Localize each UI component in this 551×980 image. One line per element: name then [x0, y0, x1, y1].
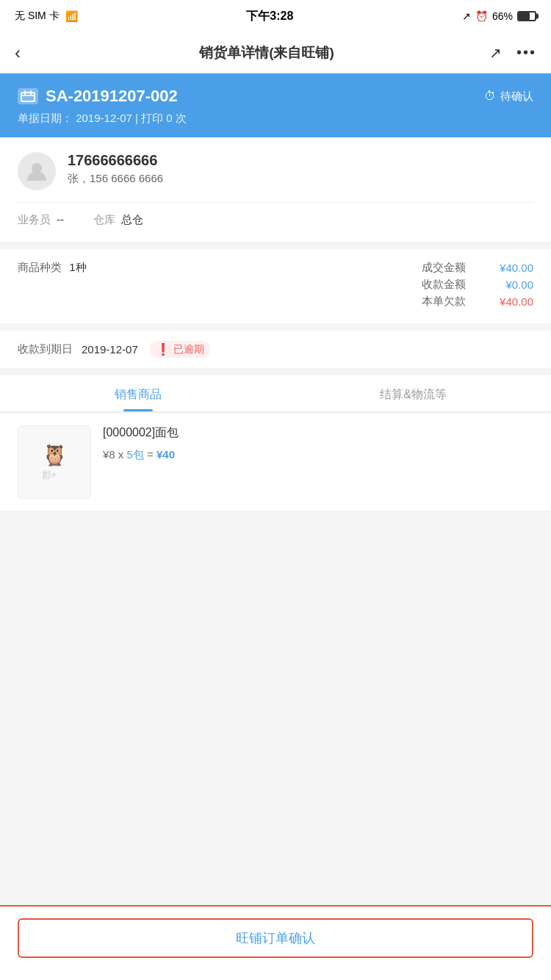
product-type-row: 商品种类 1种 — [18, 261, 87, 275]
customer-name: 张，156 6666 6666 — [68, 172, 533, 186]
warehouse-value: 总仓 — [121, 213, 143, 227]
status-right: ↗ ⏰ 66% — [462, 10, 536, 22]
customer-card: 17666666666 张，156 6666 6666 业务员 -- 仓库 总仓 — [0, 137, 551, 242]
battery-icon — [517, 11, 536, 21]
back-button[interactable]: ‹ — [15, 43, 44, 63]
share-button[interactable]: ↗ — [489, 44, 502, 62]
status-left: 无 SIM 卡 📶 — [15, 10, 78, 23]
owed-label: 本单欠款 — [422, 295, 466, 309]
customer-section: 17666666666 张，156 6666 6666 — [18, 152, 533, 203]
tab-sales-products[interactable]: 销售商品 — [0, 375, 276, 411]
product-list: 🦉 郡+ [0000002]面包 ¥8 x 5包 = ¥40 — [0, 414, 551, 511]
due-section: 收款到期日 2019-12-07 ❗ 已逾期 — [0, 331, 551, 368]
amount-value: ¥40.00 — [475, 262, 533, 274]
product-qty: 5包 — [127, 448, 144, 461]
product-logo-icon: 🦉 — [42, 443, 68, 467]
customer-meta: 业务员 -- 仓库 总仓 — [18, 213, 533, 227]
order-status-text: 待确认 — [500, 90, 533, 104]
product-price: ¥8 — [103, 448, 115, 461]
nav-bar: ‹ 销货单详情(来自旺铺) ↗ ••• — [0, 32, 551, 73]
warehouse-label: 仓库 — [93, 213, 115, 227]
received-label: 收款金额 — [422, 278, 466, 292]
bottom-spacer — [0, 511, 551, 657]
clock-icon: ⏱ — [484, 90, 496, 103]
confirm-button-wrap: 旺铺订单确认 — [0, 905, 551, 980]
salesman-field: 业务员 -- — [18, 213, 64, 227]
summary-right: 成交金额 ¥40.00 收款金额 ¥0.00 本单欠款 ¥40.00 — [422, 261, 533, 311]
salesman-value: -- — [57, 213, 64, 227]
summary-section: 商品种类 1种 成交金额 ¥40.00 收款金额 ¥0.00 本单欠款 ¥40.… — [0, 249, 551, 323]
received-value: ¥0.00 — [475, 278, 533, 291]
owed-row: 本单欠款 ¥40.00 — [422, 295, 533, 309]
warehouse-field: 仓库 总仓 — [93, 213, 143, 227]
status-bar: 无 SIM 卡 📶 下午3:28 ↗ ⏰ 66% — [0, 0, 551, 32]
order-date: 单据日期： 2019-12-07 | 打印 0 次 — [18, 112, 533, 126]
wifi-icon: 📶 — [65, 10, 78, 22]
product-logo-sub: 郡+ — [42, 469, 68, 482]
due-date-value: 2019-12-07 — [82, 343, 138, 356]
tabs-header: 销售商品 结算&物流等 — [0, 375, 551, 412]
overdue-badge: ❗ 已逾期 — [150, 341, 210, 358]
tabs-section: 销售商品 结算&物流等 — [0, 375, 551, 412]
product-thumbnail: 🦉 郡+ — [18, 425, 91, 499]
received-row: 收款金额 ¥0.00 — [422, 278, 533, 292]
order-print-info: | 打印 0 次 — [135, 112, 187, 124]
order-header: SA-20191207-002 ⏱ 待确认 单据日期： 2019-12-07 |… — [0, 73, 551, 137]
customer-phone: 17666666666 — [68, 152, 533, 169]
more-button[interactable]: ••• — [516, 44, 536, 61]
product-name: [0000002]面包 — [103, 425, 533, 441]
status-time: 下午3:28 — [246, 9, 293, 24]
amount-label: 成交金额 — [422, 261, 466, 275]
confirm-order-button[interactable]: 旺铺订单确认 — [18, 918, 533, 958]
battery-label: 66% — [492, 10, 513, 22]
product-total: ¥40 — [156, 448, 175, 461]
nav-actions: ↗ ••• — [489, 44, 536, 62]
tab-settlement[interactable]: 结算&物流等 — [276, 375, 551, 411]
order-icon — [18, 88, 38, 104]
order-header-top: SA-20191207-002 ⏱ 待确认 — [18, 87, 533, 106]
due-label: 收款到期日 — [18, 342, 73, 356]
order-status: ⏱ 待确认 — [484, 90, 533, 104]
product-price-row: ¥8 x 5包 = ¥40 — [103, 448, 533, 462]
product-type-value: 1种 — [69, 261, 86, 273]
summary-left: 商品种类 1种 — [18, 261, 87, 278]
svg-rect-0 — [21, 93, 35, 101]
order-number: SA-20191207-002 — [18, 87, 178, 106]
overdue-text: 已逾期 — [173, 343, 204, 356]
salesman-label: 业务员 — [18, 213, 51, 227]
product-type-label: 商品种类 — [18, 261, 62, 273]
page-title: 销货单详情(来自旺铺) — [199, 43, 334, 62]
product-details: [0000002]面包 ¥8 x 5包 = ¥40 — [103, 425, 533, 462]
alarm-icon: ⏰ — [475, 10, 488, 22]
order-date-value: 2019-12-07 — [76, 112, 132, 124]
amount-row: 成交金额 ¥40.00 — [422, 261, 533, 275]
order-date-label: 单据日期： — [18, 112, 73, 124]
avatar — [18, 152, 56, 190]
customer-info: 17666666666 张，156 6666 6666 — [68, 152, 533, 186]
carrier-label: 无 SIM 卡 — [15, 10, 60, 23]
overdue-icon: ❗ — [156, 342, 170, 356]
owed-value: ¥40.00 — [475, 295, 533, 308]
table-row: 🦉 郡+ [0000002]面包 ¥8 x 5包 = ¥40 — [18, 425, 533, 499]
location-icon: ↗ — [462, 10, 471, 22]
